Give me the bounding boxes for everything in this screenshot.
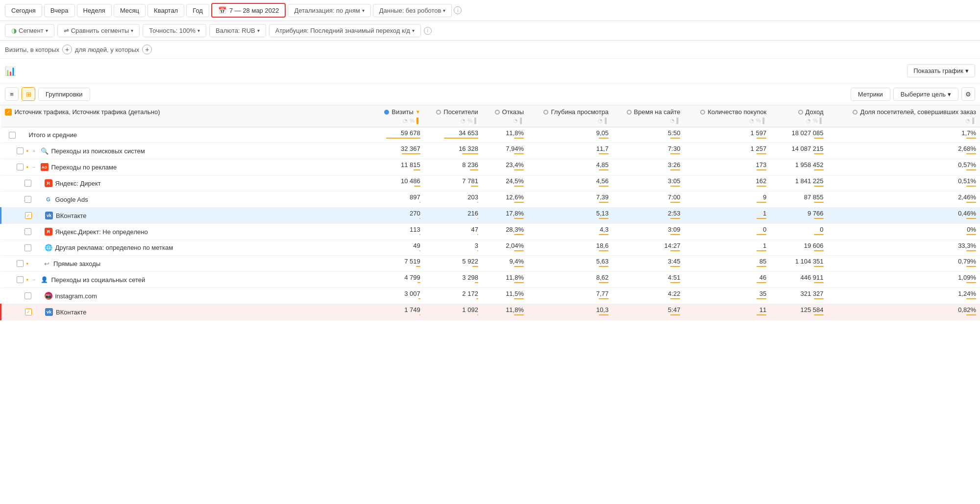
bar-icon8[interactable]: ▌ — [972, 118, 976, 124]
metric-value: 2,46% — [958, 193, 976, 201]
info-icon[interactable]: i — [454, 6, 462, 14]
btn-month[interactable]: Месяц — [114, 4, 146, 17]
filter-add-button2[interactable]: + — [142, 45, 152, 54]
source-name: Яндекс: Директ — [55, 180, 101, 187]
pie-icon3[interactable]: ◔ — [513, 118, 518, 124]
btn-detail[interactable]: Детализация: по дням ▾ — [288, 4, 370, 17]
filter-add-button[interactable]: + — [62, 45, 72, 54]
metric-cell: 18,6 — [528, 240, 612, 256]
metric-value: 2 172 — [462, 290, 478, 297]
pie-icon2[interactable]: ◔ — [461, 118, 466, 124]
metric-cell: 270 — [373, 208, 424, 224]
row-checkbox[interactable] — [17, 164, 24, 170]
btn-date-range[interactable]: 📅 7 — 28 мар 2022 — [211, 3, 286, 18]
pie-icon5[interactable]: ◔ — [670, 118, 675, 124]
metric-cell: 7:00 — [612, 192, 684, 208]
expand-icon[interactable]: + — [32, 148, 35, 154]
metrics-button[interactable]: Метрики — [851, 88, 890, 101]
metric-value: 1 958 452 — [795, 161, 824, 168]
metric-value: 5,13 — [596, 210, 609, 217]
metric-cell: 59 678 — [373, 127, 424, 143]
mini-bar — [966, 138, 976, 139]
row-checkbox[interactable] — [9, 132, 16, 139]
metric-value: 2,04% — [506, 242, 524, 249]
choose-goal-button[interactable]: Выберите цель ▾ — [893, 88, 958, 101]
bar-icon4[interactable]: ▌ — [605, 118, 609, 124]
bar-icon5[interactable]: ▌ — [677, 118, 681, 124]
row-checkbox[interactable] — [24, 196, 31, 203]
mini-bar — [514, 169, 524, 170]
metric-value: 1 104 351 — [795, 258, 824, 265]
btn-currency[interactable]: Валюта: RUB ▾ — [209, 24, 266, 37]
row-checkbox[interactable] — [24, 292, 31, 299]
btn-year[interactable]: Год — [186, 4, 209, 17]
mini-bar — [514, 282, 524, 283]
metric-cell: 5,63 — [528, 256, 612, 272]
percent-icon2[interactable]: % — [467, 118, 472, 124]
metric-value: 5,63 — [596, 258, 609, 265]
settings-button[interactable]: ⚙ — [961, 87, 975, 101]
collapse-icon[interactable]: − — [32, 164, 35, 170]
row-checkbox[interactable] — [17, 147, 24, 154]
table-view-button[interactable]: ⊞ — [22, 87, 35, 101]
bar-icon[interactable]: ▌ — [416, 118, 420, 124]
mini-bar — [470, 169, 478, 170]
show-chart-label: Показать график — [913, 67, 963, 74]
bar-icon6[interactable]: ▌ — [762, 118, 766, 124]
pie-icon6[interactable]: ◔ — [749, 118, 754, 124]
bar-icon3[interactable]: ▌ — [520, 118, 524, 124]
chevron-down-icon: ▾ — [362, 8, 365, 13]
row-checkbox[interactable]: ✓ — [25, 212, 32, 219]
row-checkbox[interactable] — [24, 228, 31, 235]
data-label: Данные: без роботов — [379, 7, 441, 14]
btn-today[interactable]: Сегодня — [5, 4, 42, 17]
btn-segment[interactable]: ◑ Сегмент ▾ — [5, 24, 54, 37]
mini-bar — [514, 202, 524, 203]
pie-icon8[interactable]: ◔ — [965, 118, 970, 124]
metric-cell: 24,5% — [482, 175, 528, 192]
row-checkbox[interactable] — [17, 260, 24, 267]
mini-bar — [966, 266, 976, 267]
metric-value: 0,46% — [958, 210, 976, 217]
info-icon-2[interactable]: i — [424, 27, 432, 35]
metric-cell: 1 749 — [373, 304, 424, 320]
pie-icon[interactable]: ◔ — [403, 118, 408, 124]
btn-yesterday[interactable]: Вчера — [44, 4, 75, 17]
list-view-button[interactable]: ≡ — [5, 87, 19, 101]
collapse-icon[interactable]: − — [32, 277, 35, 283]
metric-value: 0,51% — [958, 177, 976, 185]
mini-bar — [599, 186, 609, 187]
bar-icon7[interactable]: ▌ — [820, 118, 824, 124]
row-checkbox[interactable] — [24, 180, 31, 187]
percent-icon6[interactable]: % — [756, 118, 761, 124]
bullet: • — [26, 147, 29, 155]
attribution-label: Атрибуция: Последний значимый переход к/… — [275, 27, 410, 34]
row-checkbox[interactable]: ✓ — [25, 309, 32, 315]
percent-icon7[interactable]: % — [813, 118, 818, 124]
btn-quarter[interactable]: Квартал — [147, 4, 184, 17]
metric-cell: 1 — [684, 240, 770, 256]
btn-accuracy[interactable]: Точность: 100% ▾ — [143, 24, 206, 37]
btn-week[interactable]: Неделя — [77, 4, 112, 17]
pie-icon7[interactable]: ◔ — [806, 118, 811, 124]
groupings-button[interactable]: Группировки — [38, 88, 90, 101]
col-time: Время на сайте ◔ ▌ — [612, 105, 684, 127]
metric-cell: 35 — [684, 288, 770, 304]
mini-bar — [418, 298, 420, 299]
metric-value: 1 092 — [462, 306, 478, 313]
btn-data[interactable]: Данные: без роботов ▾ — [373, 4, 452, 17]
pie-icon4[interactable]: ◔ — [598, 118, 603, 124]
bar-icon2[interactable]: ▌ — [474, 118, 478, 124]
mini-bar — [966, 186, 976, 187]
mini-bar — [514, 153, 524, 154]
btn-attribution[interactable]: Атрибуция: Последний значимый переход к/… — [269, 24, 421, 37]
percent-icon[interactable]: % — [410, 118, 415, 124]
btn-compare[interactable]: ⇌ Сравнить сегменты ▾ — [57, 24, 140, 37]
row-checkbox[interactable] — [17, 276, 24, 283]
mini-bar — [471, 186, 478, 187]
chevron-down-icon: ▾ — [197, 28, 200, 33]
row-checkbox[interactable] — [24, 244, 31, 251]
metric-value: 446 911 — [801, 274, 824, 281]
show-chart-button[interactable]: Показать график ▾ — [907, 64, 975, 77]
select-all-checkbox[interactable]: ✓ — [5, 109, 12, 116]
